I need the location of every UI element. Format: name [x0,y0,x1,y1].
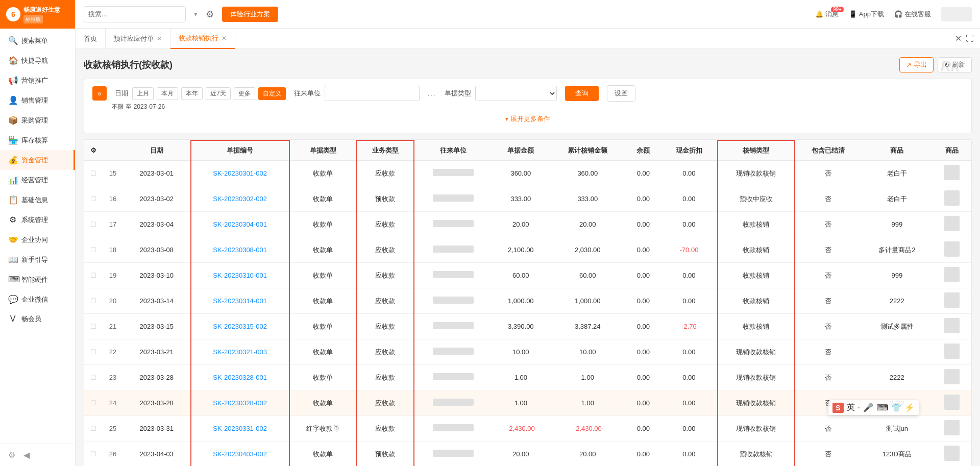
sidebar-item-search[interactable]: 🔍搜索菜单 [0,31,75,51]
table-wrap[interactable]: ⚙ 日期 单据编号 单据类型 业务类型 往来单位 单据金额 累计核销金额 余额 … [84,140,971,466]
col-product-header: 商品 [861,140,933,161]
online-service-item[interactable]: 🎧 在线客服 [894,10,931,19]
sidebar-item-finance[interactable]: 💰资金管理 [0,150,75,170]
filter-partner-label: 往来单位 [294,89,321,98]
row-checkbox[interactable]: ☐ [90,297,96,305]
sidebar-item-quicknav[interactable]: 🏠快捷导航 [0,51,75,70]
doc-no-link[interactable]: SK-20230328-002 [213,399,267,407]
col-amount-header: 单据金额 [492,140,550,161]
export-button[interactable]: ↗ 导出 [899,57,934,72]
solution-button[interactable]: 体验行业方案 [222,7,278,22]
row-checkbox[interactable]: ☐ [90,220,96,228]
sidebar-item-member[interactable]: V畅会员 [0,309,75,329]
sidebar-item-wechat[interactable]: 💬企业微信 [0,289,75,309]
sidebar-item-operations[interactable]: 📊经营管理 [0,170,75,190]
row-checkbox[interactable]: ☐ [90,374,96,381]
query-button[interactable]: 查询 [565,86,599,101]
row-checkbox[interactable]: ☐ [90,195,96,203]
tab-collection-close[interactable]: ✕ [222,35,227,42]
sidebar-item-marketing[interactable]: 📢营销推广 [0,70,75,90]
sidebar-item-system[interactable]: ⚙系统管理 [0,210,75,230]
filter-doctype-select[interactable] [475,86,557,101]
fullscreen-icon[interactable]: ⛶ [966,34,974,43]
filter-btn-more[interactable]: 更多 [234,87,255,100]
doc-no-link[interactable]: SK-20230301-002 [213,169,267,177]
filter-partner-input[interactable] [325,86,420,101]
doc-no-link[interactable]: SK-20230314-001 [213,297,267,305]
topbar-gear-icon[interactable]: ⚙ [206,9,214,20]
filter-partner-item: 往来单位 [294,86,420,101]
col-doctype-header: 单据类型 [289,140,357,161]
col-biztype-header: 业务类型 [356,140,413,161]
settings-icon-col[interactable]: ⚙ [90,146,96,154]
filter-expand-btn[interactable]: » [92,86,107,101]
tab-prepay[interactable]: 预计应应付单 ✕ [106,29,170,49]
doc-no-link[interactable]: SK-20230304-001 [213,220,267,228]
sidebar-item-hardware[interactable]: ⌨智能硬件 [0,269,75,289]
table-header-row: ⚙ 日期 单据编号 单据类型 业务类型 往来单位 单据金额 累计核销金额 余额 … [84,140,971,161]
guide-icon: 📖 [8,255,17,264]
watermark-s-icon: S [832,403,843,413]
col-cancel-amount-header: 累计核销金额 [550,140,625,161]
watermark-mic-icon: 🎤 [863,403,873,412]
notification-item[interactable]: 🔔 消息 99+ [815,10,839,19]
sidebar-bottom: ⚙ ◀ [0,444,75,466]
close-all-icon[interactable]: ✕ [955,34,962,43]
filter-date-label: 日期 [115,89,128,98]
table-row: ☐222023-03-21SK-20230321-003收款单应收款10.001… [84,339,971,365]
row-checkbox[interactable]: ☐ [90,272,96,279]
col-partner-header: 往来单位 [414,140,492,161]
app-download-item[interactable]: 📱 App下载 [849,10,884,19]
page-header: 收款核销执行(按收款) ↗ 导出 ↻ 刷新 [84,57,972,72]
sidebar-item-purchase[interactable]: 📦采购管理 [0,110,75,130]
settings-button[interactable]: 设置 [607,85,635,102]
doc-no-link[interactable]: SK-20230310-001 [213,272,267,279]
row-checkbox[interactable]: ☐ [90,169,96,177]
filter-bar: » 日期 上月 本月 本年 近7天 更多 自定义 往来单位 . [84,79,972,133]
doc-no-link[interactable]: SK-20230321-003 [213,348,267,356]
filter-btn-this-year[interactable]: 本年 [181,87,203,100]
doc-no-link[interactable]: SK-20230308-001 [213,246,267,254]
filter-expand-more[interactable]: ▾ 展开更多条件 [92,111,963,127]
table-row: ☐192023-03-10SK-20230310-001收款单应收款60.006… [84,263,971,288]
system-icon: ⚙ [8,215,17,225]
collapse-icon[interactable]: ◀ [23,450,30,460]
row-checkbox[interactable]: ☐ [90,399,96,407]
sidebar-menu: 🔍搜索菜单 🏠快捷导航 📢营销推广 👤销售管理 📦采购管理 🏪库存核算 💰资金管… [0,29,75,444]
doc-no-link[interactable]: SK-20230328-001 [213,374,267,381]
filter-btn-last-month[interactable]: 上月 [132,87,154,100]
filter-dots: ... [428,90,436,97]
row-checkbox[interactable]: ☐ [90,450,96,458]
col-product2-header: 商品 [933,140,971,161]
sidebar-item-inventory[interactable]: 🏪库存核算 [0,130,75,150]
col-balance-header: 余额 [625,140,661,161]
sidebar-item-sales[interactable]: 👤销售管理 [0,90,75,110]
sidebar-item-basicinfo[interactable]: 📋基础信息 [0,190,75,210]
doc-no-link[interactable]: SK-20230302-002 [213,195,267,203]
col-settings-header[interactable]: ⚙ [84,140,103,161]
sidebar-item-enterprise[interactable]: 🤝企业协同 [0,230,75,250]
filter-btn-7days[interactable]: 近7天 [206,87,231,100]
doc-no-link[interactable]: SK-20230331-002 [213,425,267,432]
row-checkbox[interactable]: ☐ [90,246,96,254]
filter-btn-custom[interactable]: 自定义 [258,87,286,100]
doc-no-link[interactable]: SK-20230403-002 [213,450,267,458]
topbar-dropdown-icon[interactable]: ▾ [194,10,198,18]
tab-prepay-close[interactable]: ✕ [157,35,162,42]
tab-collection[interactable]: 收款核销执行 ✕ [170,29,235,49]
inventory-icon: 🏪 [8,135,17,145]
operations-icon: 📊 [8,175,17,185]
topbar-search-input[interactable] [84,6,186,22]
export-icon: ↗ [906,61,912,69]
sidebar-item-guide[interactable]: 📖新手引导 [0,250,75,269]
row-checkbox[interactable]: ☐ [90,348,96,356]
row-checkbox[interactable]: ☐ [90,323,96,330]
tab-home[interactable]: 首页 [76,29,106,49]
hardware-icon: ⌨ [8,275,17,284]
doc-no-link[interactable]: SK-20230315-002 [213,323,267,330]
filter-btn-this-month[interactable]: 本月 [157,87,178,100]
settings-bottom-icon[interactable]: ⚙ [8,450,15,460]
user-avatar[interactable] [941,7,972,21]
filter-doctype-label: 单据类型 [445,89,471,98]
row-checkbox[interactable]: ☐ [90,425,96,432]
